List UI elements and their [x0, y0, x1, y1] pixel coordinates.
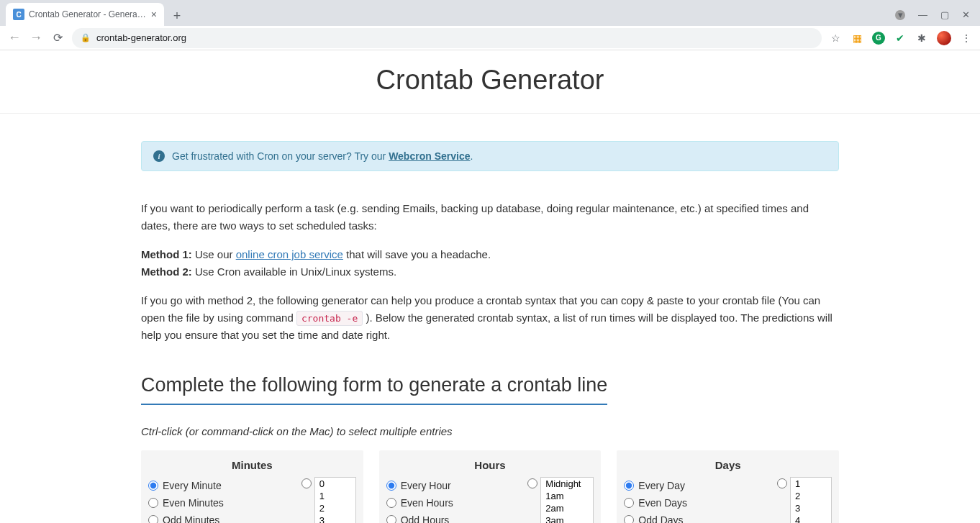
crontab-code: crontab -e [296, 311, 363, 326]
menu-icon[interactable]: ⋮ [960, 32, 973, 45]
hours-list[interactable]: Midnight1am2am3am4am5am6am [540, 477, 594, 523]
option-every-hour[interactable]: Every Hour [386, 477, 522, 494]
radio[interactable] [624, 498, 634, 508]
option-label: Odd Days [638, 514, 683, 523]
alert-prefix: Get frustrated with Cron on your server?… [172, 150, 389, 162]
days-title: Days [624, 459, 832, 471]
forward-button[interactable]: → [29, 30, 43, 45]
m1-b: that will save you a headache. [343, 248, 491, 260]
option-odd-days[interactable]: Odd Days [624, 511, 771, 523]
info-alert: i Get frustrated with Cron on your serve… [141, 141, 839, 171]
list-item[interactable]: 1 [315, 490, 355, 502]
toolbar: ← → ⟳ 🔒 crontab-generator.org ☆ ▦ G ✔ ✱ … [0, 26, 980, 50]
intro-p3: If you go with method 2, the following g… [141, 292, 839, 344]
method2-label: Method 2: [141, 265, 192, 278]
methods: Method 1: Use our online cron job servic… [141, 246, 839, 281]
method1-label: Method 1: [141, 248, 192, 260]
address-bar[interactable]: 🔒 crontab-generator.org [72, 28, 822, 48]
close-tab-icon[interactable]: × [151, 9, 157, 20]
url-text: crontab-generator.org [96, 32, 186, 43]
option-every-minute[interactable]: Every Minute [148, 477, 296, 494]
account-icon[interactable]: ▾ [895, 10, 905, 20]
radio[interactable] [148, 498, 158, 508]
option-odd-hours[interactable]: Odd Hours [386, 511, 522, 523]
webcron-link[interactable]: Webcron Service [389, 150, 470, 162]
maximize-button[interactable]: ▢ [940, 9, 949, 20]
minutes-title: Minutes [148, 459, 356, 471]
online-cron-link[interactable]: online cron job service [236, 248, 343, 260]
radio[interactable] [624, 481, 634, 491]
option-even-minutes[interactable]: Even Minutes [148, 494, 296, 511]
extension-icons: ☆ ▦ G ✔ ✱ ⋮ [829, 31, 973, 45]
list-item[interactable]: Midnight [541, 478, 593, 490]
window-controls: ▾ — ▢ ✕ [895, 9, 980, 26]
back-button[interactable]: ← [7, 30, 22, 45]
alert-dot: . [470, 150, 473, 162]
m2-t: Use Cron available in Unix/Linux systems… [192, 265, 396, 278]
extension-icon-1[interactable]: ▦ [850, 32, 863, 45]
minimize-button[interactable]: — [918, 9, 927, 20]
alert-text: Get frustrated with Cron on your server?… [172, 150, 473, 162]
minutes-custom-radio[interactable] [301, 478, 312, 488]
list-item[interactable]: 3 [315, 514, 355, 523]
radio[interactable] [148, 515, 158, 523]
list-item[interactable]: 3am [541, 514, 593, 523]
list-item[interactable]: 0 [315, 478, 355, 490]
radio[interactable] [386, 481, 396, 491]
intro: If you want to periodically perform a ta… [141, 200, 839, 344]
option-label: Even Minutes [163, 497, 224, 509]
grammarly-icon[interactable]: G [872, 32, 885, 45]
hours-col: Hours Every HourEven HoursOdd HoursEvery… [379, 450, 602, 523]
form-hint: Ctrl-click (or command-click on the Mac)… [141, 425, 839, 437]
info-icon: i [153, 150, 165, 162]
tab-title: Crontab Generator - Generate cr [29, 9, 147, 19]
option-label: Odd Minutes [163, 514, 219, 523]
list-item[interactable]: 2 [791, 490, 831, 502]
hours-options: Every HourEven HoursOdd HoursEvery 6 Hou… [386, 477, 522, 523]
list-item[interactable]: 2 [315, 502, 355, 514]
page-title: Crontab Generator [0, 50, 980, 114]
days-options: Every DayEven DaysOdd DaysEvery 5 DaysEv… [624, 477, 771, 523]
intro-p1: If you want to periodically perform a ta… [141, 200, 839, 235]
tab-strip: C Crontab Generator - Generate cr × + ▾ … [0, 0, 980, 26]
option-label: Every Day [638, 480, 685, 491]
bookmark-icon[interactable]: ☆ [829, 32, 842, 45]
radio[interactable] [148, 481, 158, 491]
hours-custom-radio[interactable] [527, 478, 537, 488]
profile-avatar[interactable] [937, 31, 951, 45]
option-odd-minutes[interactable]: Odd Minutes [148, 511, 296, 523]
extensions-icon[interactable]: ✱ [915, 32, 928, 45]
days-custom-radio[interactable] [777, 478, 787, 488]
browser-tab[interactable]: C Crontab Generator - Generate cr × [6, 3, 164, 26]
hours-title: Hours [386, 459, 594, 471]
minutes-col: Minutes Every MinuteEven MinutesOdd Minu… [141, 450, 363, 523]
option-label: Every Minute [163, 480, 222, 491]
radio[interactable] [386, 515, 396, 523]
columns: Minutes Every MinuteEven MinutesOdd Minu… [141, 450, 839, 523]
option-label: Every Hour [401, 480, 451, 491]
favicon-icon: C [13, 9, 24, 20]
option-even-days[interactable]: Even Days [624, 494, 771, 511]
reload-button[interactable]: ⟳ [50, 31, 65, 45]
option-label: Odd Hours [401, 514, 450, 523]
list-item[interactable]: 3 [791, 502, 831, 514]
list-item[interactable]: 1am [541, 490, 593, 502]
shield-icon[interactable]: ✔ [894, 32, 907, 45]
radio[interactable] [386, 498, 396, 508]
option-every-day[interactable]: Every Day [624, 477, 771, 494]
new-tab-button[interactable]: + [167, 6, 187, 26]
minutes-list[interactable]: 0123456 [314, 477, 356, 523]
close-window-button[interactable]: ✕ [962, 9, 970, 20]
option-even-hours[interactable]: Even Hours [386, 494, 522, 511]
m1-a: Use our [192, 248, 236, 260]
list-item[interactable]: 1 [791, 478, 831, 490]
radio[interactable] [624, 515, 634, 523]
days-list[interactable]: 1234567 [790, 477, 832, 523]
content: i Get frustrated with Cron on your serve… [141, 114, 839, 523]
lock-icon: 🔒 [81, 33, 91, 42]
list-item[interactable]: 4 [791, 514, 831, 523]
option-label: Even Days [638, 497, 687, 509]
page-viewport[interactable]: Crontab Generator i Get frustrated with … [0, 50, 980, 523]
minutes-options: Every MinuteEven MinutesOdd MinutesEvery… [148, 477, 296, 523]
list-item[interactable]: 2am [541, 502, 593, 514]
